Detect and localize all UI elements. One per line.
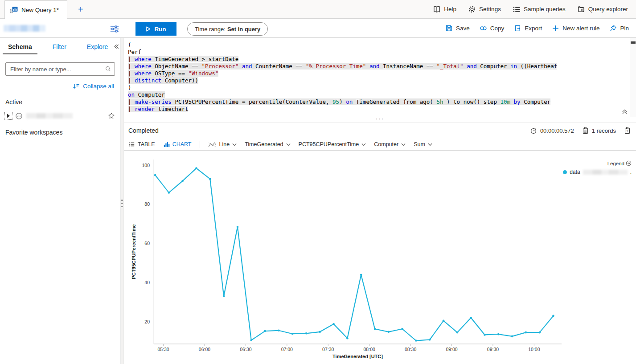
sample-queries-button[interactable]: Sample queries: [513, 5, 566, 13]
query-explorer-label: Query explorer: [588, 6, 628, 12]
run-label: Run: [154, 26, 166, 33]
book-icon: [433, 5, 441, 13]
workspace-row[interactable]: [4, 111, 115, 121]
chevron-down-icon: [286, 143, 291, 146]
pin-button[interactable]: Pin: [609, 25, 629, 32]
code-line: Perf: [128, 49, 627, 56]
workspace-scope-redacted[interactable]: [4, 25, 45, 32]
copy-link-icon: [480, 25, 487, 32]
help-button[interactable]: Help: [433, 5, 456, 13]
workspace-body: Schema Filter Explore: [0, 38, 636, 364]
editor-scrollbar-thumb[interactable]: [631, 41, 636, 44]
legend-expand-icon: [626, 160, 632, 166]
copy-button[interactable]: Copy: [480, 25, 505, 32]
clipboard-icon: [582, 127, 589, 134]
svg-text:80: 80: [144, 201, 150, 207]
collapse-editor-button[interactable]: [621, 109, 628, 116]
y-column-dropdown[interactable]: PCT95CPUPercentTime: [299, 141, 366, 147]
elapsed-time: 00:00:00.572: [530, 127, 574, 134]
settings-label: Settings: [479, 6, 501, 12]
tab-explore[interactable]: Explore: [82, 39, 113, 54]
tab-bar: New Query 1* + Help Settings: [0, 0, 636, 19]
new-tab-button[interactable]: +: [75, 4, 86, 15]
sidebar-resize-divider[interactable]: [120, 38, 124, 364]
play-icon: [146, 26, 151, 32]
svg-text:07:30: 07:30: [322, 347, 334, 352]
tab-filter[interactable]: Filter: [47, 39, 72, 54]
query-editor[interactable]: (Perf| where TimeGenerated > startDate| …: [124, 38, 636, 117]
split-column-label: Computer: [374, 141, 398, 147]
sample-queries-label: Sample queries: [524, 6, 566, 12]
gear-icon: [468, 5, 476, 13]
controls-separator: [200, 141, 200, 148]
chart-legend: Legend data .: [563, 160, 632, 175]
y-column-label: PCT95CPUPercentTime: [299, 141, 359, 147]
query-status: Completed: [128, 127, 159, 134]
results-status-bar: Completed 00:00:00.572 1 records: [124, 123, 636, 139]
chevron-down-icon: [232, 143, 237, 146]
copy-results-button[interactable]: ?: [624, 127, 631, 134]
tab-schema[interactable]: Schema: [3, 39, 37, 54]
tab-new-query[interactable]: New Query 1*: [4, 0, 67, 19]
schema-filter-input[interactable]: [5, 62, 115, 76]
collapse-sidebar-button[interactable]: [113, 43, 120, 50]
save-label: Save: [456, 25, 470, 32]
editor-scrollbar[interactable]: [630, 38, 636, 117]
log-analytics-icon: [10, 6, 18, 14]
sliders-icon: [110, 25, 119, 33]
code-line: | make-series PCT95CPUPercentTime = perc…: [128, 98, 627, 106]
chevron-down-icon: [428, 143, 432, 146]
scope-settings-button[interactable]: [110, 25, 119, 35]
divider-grip[interactable]: [121, 200, 123, 209]
collapse-all-button[interactable]: Collapse all: [6, 83, 114, 90]
schema-filter: [5, 62, 115, 76]
search-icon: [105, 65, 111, 74]
favorite-star-button[interactable]: [108, 112, 115, 119]
star-icon: [108, 112, 115, 119]
export-button[interactable]: Export: [514, 25, 542, 32]
sidebar-tabs: Schema Filter Explore: [0, 38, 120, 55]
code-line: | where TimeGenerated > startDate: [128, 56, 627, 63]
save-button[interactable]: Save: [445, 25, 470, 32]
svg-text:PCT95CPUPercentTime: PCT95CPUPercentTime: [131, 224, 136, 279]
code-line: | where ObjectName == "Processor" and Co…: [128, 63, 627, 70]
series-name: data: [570, 169, 580, 175]
chevron-double-up-icon: [621, 109, 628, 115]
chart-type-dropdown[interactable]: Line: [208, 141, 237, 148]
expand-workspace-button[interactable]: [4, 112, 12, 120]
time-range-value: Set in query: [227, 26, 260, 33]
svg-text:TimeGenerated [UTC]: TimeGenerated [UTC]: [332, 354, 383, 359]
svg-text:09:00: 09:00: [446, 347, 457, 352]
editor-resize-handle[interactable]: ···: [124, 117, 636, 123]
table-view-tab[interactable]: TABLE: [128, 141, 155, 147]
stopwatch-icon: [530, 127, 537, 134]
table-icon: [128, 141, 135, 147]
split-column-dropdown[interactable]: Computer: [374, 141, 406, 147]
run-button[interactable]: Run: [135, 22, 176, 36]
new-alert-rule-label: New alert rule: [562, 25, 599, 32]
chart-view-tab[interactable]: CHART: [163, 141, 192, 147]
legend-toggle[interactable]: Legend: [563, 160, 632, 166]
svg-text:09:30: 09:30: [487, 347, 499, 352]
svg-text:08:00: 08:00: [364, 347, 375, 352]
save-icon: [445, 25, 453, 32]
svg-text:100: 100: [142, 163, 150, 168]
workspace-icon: [15, 112, 23, 120]
elapsed-value: 00:00:00.572: [540, 127, 574, 134]
query-explorer-button[interactable]: Query explorer: [577, 5, 628, 13]
code-line: | where OSType == "Windows": [128, 70, 627, 77]
settings-button[interactable]: Settings: [468, 5, 501, 13]
time-range-picker[interactable]: Time range: Set in query: [187, 22, 268, 36]
chart-icon: [163, 141, 170, 147]
pin-icon: [609, 25, 617, 32]
code-line: | render timechart: [128, 106, 627, 113]
tabbar-actions: Help Settings Sample queries: [433, 5, 636, 13]
aggregation-dropdown[interactable]: Sum: [414, 141, 432, 147]
time-range-prefix: Time range:: [195, 26, 226, 33]
export-label: Export: [525, 25, 542, 32]
x-column-label: TimeGenerated: [245, 141, 283, 147]
legend-item[interactable]: data .: [563, 169, 632, 175]
new-alert-rule-button[interactable]: New alert rule: [552, 25, 599, 32]
svg-text:06:00: 06:00: [199, 347, 210, 352]
x-column-dropdown[interactable]: TimeGenerated: [245, 141, 290, 147]
